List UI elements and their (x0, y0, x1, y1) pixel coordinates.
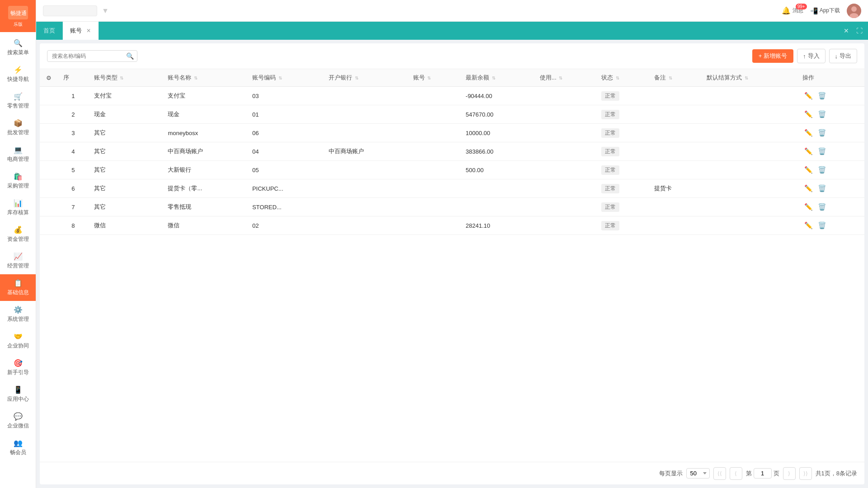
status-badge: 正常 (601, 184, 619, 193)
td-name: 中百商场账户 (162, 142, 246, 161)
edit-button[interactable]: ✏️ (802, 165, 815, 175)
td-remark (649, 198, 701, 216)
delete-button[interactable]: 🗑️ (816, 128, 828, 138)
page-number-input[interactable] (754, 468, 772, 479)
td-status: 正常 (596, 142, 649, 161)
sidebar-item-guide[interactable]: 🎯 新手引导 (0, 354, 36, 381)
delete-button[interactable]: 🗑️ (816, 183, 828, 193)
sidebar-item-operation[interactable]: 📈 经营管理 (0, 248, 36, 274)
edit-button[interactable]: ✏️ (802, 128, 815, 138)
delete-button[interactable]: 🗑️ (816, 165, 828, 175)
th-status[interactable]: 状态 ⇅ (596, 69, 649, 87)
th-account[interactable]: 账号 ⇅ (408, 69, 460, 87)
edit-button[interactable]: ✏️ (802, 202, 815, 212)
page-size-select[interactable]: 50 20 100 (686, 468, 710, 479)
tab-home[interactable]: 首页 (36, 22, 63, 40)
search-menu-icon: 🔍 (14, 39, 23, 47)
sidebar-item-search[interactable]: 🔍 搜索菜单 (0, 34, 36, 61)
topbar-dropdown-icon[interactable]: ▼ (102, 7, 109, 15)
import-button[interactable]: ↑ 导入 (797, 49, 826, 63)
sidebar-item-retail[interactable]: 🛒 零售管理 (0, 88, 36, 114)
table-row: 4 其它 中百商场账户 04 中百商场账户 383866.00 正常 ✏️ 🗑️ (40, 142, 864, 161)
page-first-button[interactable]: ⟨⟨ (713, 467, 726, 480)
th-bank[interactable]: 开户银行 ⇅ (323, 69, 407, 87)
th-usage[interactable]: 使用... ⇅ (534, 69, 596, 87)
td-bank (323, 179, 407, 198)
topbar-search-input[interactable] (43, 5, 97, 16)
table-row: 2 现金 现金 01 547670.00 正常 ✏️ 🗑️ (40, 105, 864, 124)
td-name: 支付宝 (162, 87, 246, 105)
sidebar-item-purchase[interactable]: 🛍️ 采购管理 (0, 168, 36, 194)
td-usage (534, 142, 596, 161)
delete-button[interactable]: 🗑️ (816, 109, 828, 119)
guide-icon: 🎯 (14, 359, 23, 367)
app-download-button[interactable]: 📲 App下载 (810, 7, 840, 14)
sidebar-item-system[interactable]: ⚙️ 系统管理 (0, 301, 36, 328)
tabbar-close-icon[interactable]: ✕ (842, 25, 851, 36)
edit-button[interactable]: ✏️ (802, 221, 815, 230)
td-remark (649, 216, 701, 235)
tabbar-expand-icon[interactable]: ⛶ (854, 25, 864, 36)
th-balance[interactable]: 最新余额 ⇅ (460, 69, 534, 87)
page-last-button[interactable]: ⟩⟩ (799, 467, 812, 480)
th-type[interactable]: 账号类型 ⇅ (89, 69, 163, 87)
th-remark[interactable]: 备注 ⇅ (649, 69, 701, 87)
td-remark (649, 105, 701, 124)
sidebar-item-basic[interactable]: 📋 基础信息 (0, 274, 36, 301)
sidebar-item-wholesale[interactable]: 📦 批发管理 (0, 114, 36, 141)
th-settings[interactable]: ⚙ (40, 69, 58, 87)
page-prev-button[interactable]: ⟨ (730, 467, 742, 480)
sidebar-item-wechat[interactable]: 💬 企业微信 (0, 408, 36, 434)
tab-account-close-icon[interactable]: ✕ (86, 28, 91, 34)
th-name[interactable]: 账号名称 ⇅ (162, 69, 246, 87)
td-action: ✏️ 🗑️ (797, 142, 864, 161)
sidebar-item-inventory[interactable]: 📊 库存核算 (0, 194, 36, 221)
toolbar-left: 🔍 (47, 50, 137, 62)
search-input[interactable] (47, 50, 137, 62)
user-avatar[interactable] (847, 4, 861, 18)
add-account-button[interactable]: + 新增账号 (752, 49, 793, 63)
td-code: 01 (247, 105, 323, 124)
td-balance: 500.00 (460, 161, 534, 179)
column-settings-icon[interactable]: ⚙ (46, 75, 52, 81)
sidebar-item-capital[interactable]: 💰 资金管理 (0, 221, 36, 248)
app-download-label: App下载 (820, 7, 840, 14)
sort-name-icon: ⇅ (194, 75, 198, 80)
sidebar-item-shortcut[interactable]: ⚡ 快捷导航 (0, 61, 36, 88)
edit-button[interactable]: ✏️ (802, 183, 815, 193)
sort-usage-icon: ⇅ (559, 75, 562, 80)
sidebar-item-member[interactable]: 👥 畅会员 (0, 434, 36, 461)
sidebar-item-appcenter[interactable]: 📱 应用中心 (0, 381, 36, 408)
sidebar-item-enterprise[interactable]: 🤝 企业协同 (0, 328, 36, 354)
delete-button[interactable]: 🗑️ (816, 146, 828, 156)
edit-button[interactable]: ✏️ (802, 146, 815, 156)
sidebar-item-retail-label: 零售管理 (7, 102, 29, 110)
tab-account[interactable]: 账号 ✕ (63, 22, 99, 40)
td-type: 现金 (89, 105, 163, 124)
sidebar-item-ecommerce[interactable]: 💻 电商管理 (0, 141, 36, 168)
tab-account-label: 账号 (70, 27, 82, 35)
accounts-table: ⚙ 序 账号类型 ⇅ 账号名称 ⇅ 账号编码 ⇅ 开户银行 ⇅ 账号 ⇅ 最新余… (40, 69, 864, 235)
delete-button[interactable]: 🗑️ (816, 202, 828, 212)
tabbar: 首页 账号 ✕ ✕ ⛶ (36, 22, 868, 40)
message-button[interactable]: 🔔 消息 99+ (782, 6, 803, 15)
page-word-post: 页 (774, 469, 779, 478)
search-icon[interactable]: 🔍 (126, 52, 134, 60)
td-settings (40, 105, 58, 124)
td-type: 其它 (89, 124, 163, 142)
page-next-button[interactable]: ⟩ (783, 467, 796, 480)
operation-icon: 📈 (14, 252, 23, 261)
sidebar-item-basic-label: 基础信息 (7, 289, 29, 296)
import-label: 导入 (808, 52, 820, 60)
th-default-payment[interactable]: 默认结算方式 ⇅ (701, 69, 797, 87)
table-row: 5 其它 大新银行 05 500.00 正常 ✏️ 🗑️ (40, 161, 864, 179)
delete-button[interactable]: 🗑️ (816, 221, 828, 230)
td-action: ✏️ 🗑️ (797, 105, 864, 124)
edit-button[interactable]: ✏️ (802, 109, 815, 119)
delete-button[interactable]: 🗑️ (816, 91, 828, 101)
export-button[interactable]: ↓ 导出 (829, 49, 858, 63)
th-code[interactable]: 账号编码 ⇅ (247, 69, 323, 87)
sidebar-item-ecommerce-label: 电商管理 (7, 155, 29, 163)
td-bank (323, 161, 407, 179)
edit-button[interactable]: ✏️ (802, 91, 815, 101)
